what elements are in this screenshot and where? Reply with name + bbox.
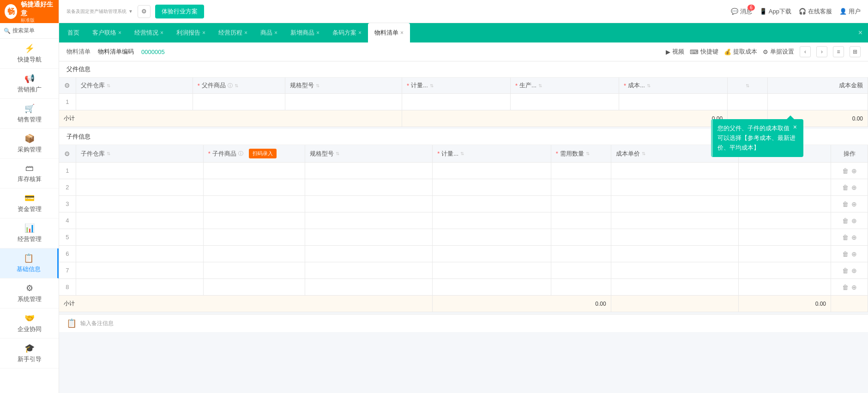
online-service-button[interactable]: 🎧 在线客服 [799, 7, 832, 16]
copy-icon[interactable]: ⊕ [851, 250, 857, 258]
child-spec-cell[interactable] [305, 212, 432, 229]
note-placeholder[interactable]: 输入备注信息 [80, 320, 114, 327]
tab-customer[interactable]: 客户联络 × [86, 23, 128, 42]
parent-cost-cell[interactable] [619, 94, 728, 110]
child-warehouse-cell[interactable] [76, 279, 203, 296]
sidebar-item-purchase[interactable]: 📦 采购管理 [0, 129, 59, 159]
tab-operation-close[interactable]: × [160, 30, 163, 36]
child-warehouse-cell[interactable] [76, 246, 203, 262]
child-th-gear[interactable]: ⚙ [59, 145, 76, 163]
tab-goods[interactable]: 商品 × [254, 23, 284, 42]
delete-icon[interactable]: 🗑 [842, 250, 849, 258]
child-quantity-cell[interactable] [551, 262, 611, 279]
gear-icon[interactable]: ⚙ [64, 150, 70, 157]
sidebar-item-operation-mgr[interactable]: 📊 经营管理 [0, 218, 59, 248]
delete-icon[interactable]: 🗑 [842, 184, 849, 191]
sort-icon[interactable]: ⇅ [235, 83, 238, 88]
sidebar-item-basic-info[interactable]: 📋 基础信息 [0, 248, 59, 278]
child-spec-cell[interactable] [305, 246, 432, 262]
child-spec-cell[interactable] [305, 229, 432, 246]
delete-icon[interactable]: 🗑 [842, 217, 849, 224]
parent-warehouse-cell[interactable] [76, 94, 193, 110]
tab-bom-close[interactable]: × [400, 30, 404, 36]
child-unit-cell[interactable] [433, 262, 551, 279]
extract-cost-button[interactable]: 💰 提取成本 [724, 48, 757, 56]
tab-goods-close[interactable]: × [274, 30, 277, 36]
tab-customer-close[interactable]: × [118, 30, 121, 36]
copy-icon[interactable]: ⊕ [851, 167, 857, 175]
child-goods-cell[interactable] [203, 196, 305, 212]
sort-icon[interactable]: ⇅ [316, 83, 319, 88]
tab-home[interactable]: 首页 [61, 23, 86, 42]
user-button[interactable]: 👤 用户 [839, 7, 861, 16]
child-unit-cell[interactable] [433, 196, 551, 212]
child-spec-cell[interactable] [305, 163, 432, 179]
delete-icon[interactable]: 🗑 [842, 234, 849, 241]
copy-icon[interactable]: ⊕ [851, 200, 857, 208]
sort-icon[interactable]: ⇅ [430, 83, 434, 88]
child-spec-cell[interactable] [305, 196, 432, 212]
tab-new-goods[interactable]: 新增商品 × [284, 23, 326, 42]
app-download-button[interactable]: 📱 App下载 [760, 7, 791, 16]
sort-icon[interactable]: ⇅ [746, 83, 749, 88]
child-goods-cell[interactable] [203, 163, 305, 179]
scan-input-button[interactable]: 扫码录入 [249, 149, 277, 158]
child-goods-cell[interactable] [203, 229, 305, 246]
tab-barcode[interactable]: 条码方案 × [326, 23, 368, 42]
child-unit-cell[interactable] [433, 179, 551, 196]
sidebar-item-marketing[interactable]: 📢 营销推广 [0, 69, 59, 99]
child-goods-cell[interactable] [203, 179, 305, 196]
list-view-button[interactable]: ≡ [833, 46, 844, 57]
child-unit-cell[interactable] [433, 163, 551, 179]
expand-button[interactable]: ⊞ [850, 46, 861, 57]
child-warehouse-cell[interactable] [76, 229, 203, 246]
child-unit-cell[interactable] [433, 212, 551, 229]
child-unit-cell[interactable] [433, 279, 551, 296]
delete-icon[interactable]: 🗑 [842, 267, 849, 274]
child-quantity-cell[interactable] [551, 212, 611, 229]
tab-operation[interactable]: 经营情况 × [128, 23, 170, 42]
child-quantity-cell[interactable] [551, 163, 611, 179]
parent-production-cell[interactable] [511, 94, 619, 110]
child-quantity-cell[interactable] [551, 179, 611, 196]
prev-record-button[interactable]: ‹ [800, 46, 811, 57]
delete-icon[interactable]: 🗑 [842, 167, 849, 175]
sidebar-item-guide[interactable]: 🎓 新手引导 [0, 339, 59, 369]
child-warehouse-cell[interactable] [76, 262, 203, 279]
child-unit-cost-cell[interactable] [611, 196, 738, 212]
child-spec-cell[interactable] [305, 179, 432, 196]
child-unit-cost-cell[interactable] [611, 262, 738, 279]
sidebar-item-inventory[interactable]: 🗃 库存核算 [0, 159, 59, 188]
parent-goods-cell[interactable] [193, 94, 285, 110]
child-unit-cost-cell[interactable] [611, 279, 738, 296]
child-goods-cell[interactable] [203, 279, 305, 296]
sort-icon[interactable]: ⇅ [107, 83, 110, 88]
sidebar-item-sales[interactable]: 🛒 销售管理 [0, 99, 59, 129]
tab-profit-close[interactable]: × [202, 30, 205, 36]
child-unit-cost-cell[interactable] [611, 229, 738, 246]
child-quantity-cell[interactable] [551, 279, 611, 296]
document-settings-button[interactable]: ⚙ 单据设置 [763, 48, 794, 56]
child-warehouse-cell[interactable] [76, 179, 203, 196]
child-unit-cost-cell[interactable] [611, 246, 738, 262]
parent-unit-cell[interactable] [402, 94, 510, 110]
gear-icon[interactable]: ⚙ [64, 82, 70, 89]
tab-profit[interactable]: 利润报告 × [170, 23, 212, 42]
child-quantity-cell[interactable] [551, 246, 611, 262]
next-record-button[interactable]: › [816, 46, 827, 57]
tooltip-close-button[interactable]: × [793, 124, 797, 130]
delete-icon[interactable]: 🗑 [842, 284, 849, 291]
message-button[interactable]: 💬 消息 6 [731, 7, 752, 16]
child-goods-cell[interactable] [203, 246, 305, 262]
tab-barcode-close[interactable]: × [358, 30, 362, 36]
system-title-selector[interactable]: 装备及固定资产辅助管理系统 ▼ [66, 8, 133, 15]
sort-icon[interactable]: ⇅ [642, 151, 645, 156]
child-unit-cell[interactable] [433, 246, 551, 262]
child-quantity-cell[interactable] [551, 229, 611, 246]
sidebar-item-enterprise[interactable]: 🤝 企业协同 [0, 308, 59, 339]
topbar-settings-button[interactable]: ⚙ [138, 5, 151, 18]
sort-icon[interactable]: ⇅ [586, 151, 590, 156]
sort-icon[interactable]: ⇅ [538, 83, 542, 88]
tab-history[interactable]: 经营历程 × [212, 23, 254, 42]
delete-icon[interactable]: 🗑 [842, 200, 849, 208]
